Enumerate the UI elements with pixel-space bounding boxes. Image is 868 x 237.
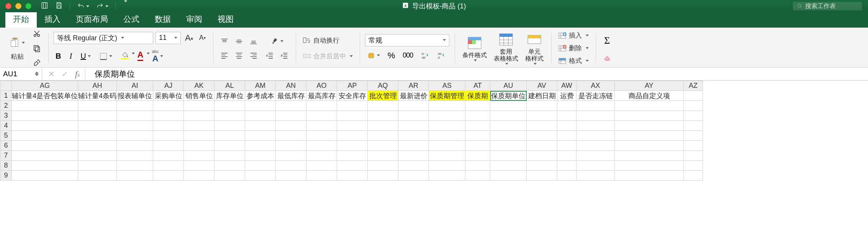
col-header-AQ[interactable]: AQ <box>368 81 398 91</box>
cell-AK5[interactable] <box>184 131 215 141</box>
cell-AM3[interactable] <box>245 111 276 121</box>
cell-AG4[interactable] <box>12 121 78 131</box>
cell-AH8[interactable] <box>78 161 117 171</box>
cell-AK4[interactable] <box>184 121 215 131</box>
col-header-AX[interactable]: AX <box>576 81 615 91</box>
cancel-formula-icon[interactable]: ✕ <box>48 69 55 79</box>
cell-AS1[interactable]: 保质期管理 <box>429 91 465 101</box>
redo-icon[interactable] <box>96 2 108 10</box>
cell-AO4[interactable] <box>306 121 337 131</box>
cell-AM1[interactable]: 参考成本 <box>245 91 276 101</box>
cell-AQ5[interactable] <box>368 131 398 141</box>
cell-AL6[interactable] <box>215 141 245 151</box>
cell-AZ2[interactable] <box>684 101 703 111</box>
col-header-AY[interactable]: AY <box>615 81 684 91</box>
align-left-button[interactable] <box>218 49 231 61</box>
cell-AP8[interactable] <box>337 161 368 171</box>
cell-AL5[interactable] <box>215 131 245 141</box>
cell-AO6[interactable] <box>306 141 337 151</box>
cell-AT5[interactable] <box>465 131 490 141</box>
col-header-AZ[interactable]: AZ <box>684 81 703 91</box>
cell-AQ4[interactable] <box>368 121 398 131</box>
cell-AW6[interactable] <box>557 141 576 151</box>
col-header-AJ[interactable]: AJ <box>153 81 184 91</box>
format-cells-button[interactable]: 格式 <box>557 56 590 66</box>
cell-AZ6[interactable] <box>684 141 703 151</box>
cell-AH1[interactable]: 辅计量4条码 <box>78 91 117 101</box>
merge-center-button[interactable]: 合并后居中 <box>301 51 354 61</box>
cell-AP9[interactable] <box>337 171 368 181</box>
cell-AG6[interactable] <box>12 141 78 151</box>
cell-AX2[interactable] <box>576 101 615 111</box>
cell-AT8[interactable] <box>465 161 490 171</box>
cell-AJ2[interactable] <box>153 101 184 111</box>
cell-AK7[interactable] <box>184 151 215 161</box>
cell-AR9[interactable] <box>398 171 429 181</box>
cell-AU7[interactable] <box>490 151 527 161</box>
cell-AX3[interactable] <box>576 111 615 121</box>
cell-AY7[interactable] <box>615 151 684 161</box>
cell-styles-button[interactable]: 单元 格样式 <box>523 31 546 64</box>
cell-AL2[interactable] <box>215 101 245 111</box>
cell-AV4[interactable] <box>527 121 557 131</box>
row-header-9[interactable]: 9 <box>0 171 12 181</box>
cell-AY4[interactable] <box>615 121 684 131</box>
cell-AR4[interactable] <box>398 121 429 131</box>
cell-AM6[interactable] <box>245 141 276 151</box>
row-header-6[interactable]: 6 <box>0 141 12 151</box>
cell-AH3[interactable] <box>78 111 117 121</box>
tab-公式[interactable]: 公式 <box>116 12 147 28</box>
cell-AL8[interactable] <box>215 161 245 171</box>
cell-AP6[interactable] <box>337 141 368 151</box>
cell-AR6[interactable] <box>398 141 429 151</box>
cell-AH2[interactable] <box>78 101 117 111</box>
search-sheet-box[interactable] <box>793 2 862 10</box>
cell-AS6[interactable] <box>429 141 465 151</box>
row-header-5[interactable]: 5 <box>0 131 12 141</box>
cell-AT9[interactable] <box>465 171 490 181</box>
cell-AH7[interactable] <box>78 151 117 161</box>
cell-AT7[interactable] <box>465 151 490 161</box>
select-all-corner[interactable] <box>0 81 12 91</box>
save-icon[interactable] <box>55 2 63 11</box>
cell-AS3[interactable] <box>429 111 465 121</box>
cell-AX9[interactable] <box>576 171 615 181</box>
cell-AR3[interactable] <box>398 111 429 121</box>
cell-AS2[interactable] <box>429 101 465 111</box>
col-header-AH[interactable]: AH <box>78 81 117 91</box>
cell-AQ1[interactable]: 批次管理 <box>368 91 398 101</box>
cell-AI2[interactable] <box>117 101 153 111</box>
col-header-AI[interactable]: AI <box>117 81 153 91</box>
cell-AS5[interactable] <box>429 131 465 141</box>
cell-AR7[interactable] <box>398 151 429 161</box>
cell-AO7[interactable] <box>306 151 337 161</box>
cell-AW5[interactable] <box>557 131 576 141</box>
cell-AU6[interactable] <box>490 141 527 151</box>
cell-AH4[interactable] <box>78 121 117 131</box>
decrease-decimal-button[interactable]: .00.0 <box>435 49 447 62</box>
cell-AG3[interactable] <box>12 111 78 121</box>
tab-页面布局[interactable]: 页面布局 <box>68 12 116 28</box>
cell-AV7[interactable] <box>527 151 557 161</box>
borders-button[interactable] <box>97 50 114 63</box>
tab-审阅[interactable]: 审阅 <box>179 12 210 28</box>
cell-AR2[interactable] <box>398 101 429 111</box>
cell-AS4[interactable] <box>429 121 465 131</box>
italic-button[interactable]: I <box>67 50 74 63</box>
fill-color-button[interactable] <box>119 49 131 63</box>
clear-button[interactable] <box>601 51 613 64</box>
cell-AP2[interactable] <box>337 101 368 111</box>
cell-AV9[interactable] <box>527 171 557 181</box>
cell-AG5[interactable] <box>12 131 78 141</box>
col-header-AM[interactable]: AM <box>245 81 276 91</box>
cell-AQ7[interactable] <box>368 151 398 161</box>
cell-AZ7[interactable] <box>684 151 703 161</box>
cell-AY8[interactable] <box>615 161 684 171</box>
cell-AR1[interactable]: 最新进价 <box>398 91 429 101</box>
cell-AK9[interactable] <box>184 171 215 181</box>
cell-AU4[interactable] <box>490 121 527 131</box>
row-header-8[interactable]: 8 <box>0 161 12 171</box>
cell-AJ7[interactable] <box>153 151 184 161</box>
cell-AL9[interactable] <box>215 171 245 181</box>
wrap-text-button[interactable]: 自动换行 <box>301 35 354 46</box>
